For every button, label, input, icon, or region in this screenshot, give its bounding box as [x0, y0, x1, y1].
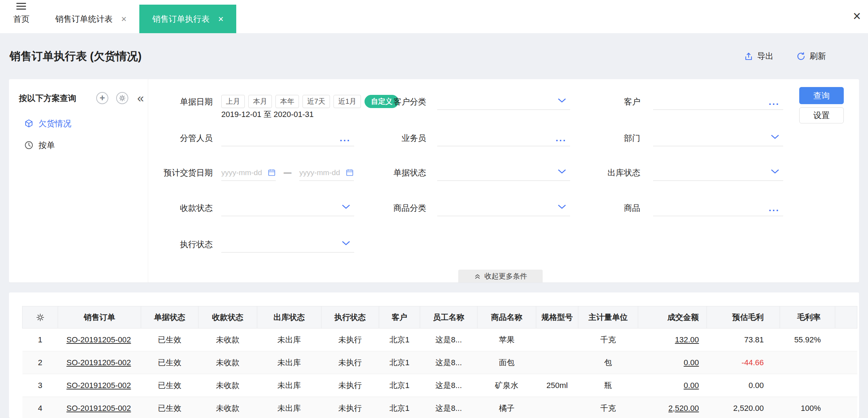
cell-customer: 北京1	[379, 397, 420, 418]
tab-sales-order-statistics[interactable]: 销售订单统计表 ×	[42, 5, 139, 33]
cell-doc-status: 已生效	[141, 397, 198, 418]
order-link[interactable]: SO-20191205-002	[67, 358, 131, 367]
close-tab-icon[interactable]: ×	[218, 14, 223, 24]
table-row: 1 SO-20191205-002 已生效 未收款 未出库 未执行 北京1 这是…	[22, 328, 857, 351]
col-header-filler	[835, 306, 857, 328]
cell-customer: 北京1	[379, 374, 420, 397]
chevron-down-icon	[341, 204, 351, 210]
column-settings-gear-icon[interactable]	[22, 306, 58, 328]
table-row: 2 SO-20191205-002 已生效 未收款 未出库 未执行 北京1 这是…	[22, 351, 857, 374]
collapse-sidebar-icon[interactable]: «	[137, 91, 144, 104]
table-header-row: 销售订单 单据状态 收款状态 出库状态 执行状态 客户 员工名称 商品名称 规格…	[22, 306, 857, 328]
add-plan-icon[interactable]: +	[96, 92, 108, 104]
plan-sidebar-title: 按以下方案查询	[19, 91, 76, 105]
delivery-date-start-input[interactable]: yyyy-mm-dd	[221, 164, 276, 181]
close-tab-icon[interactable]: ×	[121, 14, 126, 24]
quick-range-last-7-days[interactable]: 近7天	[303, 95, 330, 108]
cell-profit: 2,520.00	[707, 397, 780, 418]
manage-plans-gear-icon[interactable]	[116, 92, 128, 104]
cell-spec	[536, 397, 578, 418]
ellipsis-icon: ...	[769, 204, 780, 211]
salesman-picker[interactable]: ...	[437, 130, 570, 146]
product-category-select[interactable]	[437, 200, 570, 216]
execution-status-label: 执行状态	[148, 236, 213, 253]
table-row: 3 SO-20191205-002 已生效 未收款 未出库 未执行 北京1 这是…	[22, 374, 857, 397]
quick-range-this-year[interactable]: 本年	[275, 95, 299, 108]
ellipsis-icon: ...	[556, 134, 567, 142]
customer-category-label: 客户分类	[355, 93, 426, 110]
collapse-more-conditions-button[interactable]: 收起更多条件	[458, 270, 543, 282]
order-link[interactable]: SO-20191205-002	[67, 404, 131, 413]
cell-outbound-status: 未出库	[257, 351, 321, 374]
col-header-employee: 员工名称	[420, 306, 477, 328]
expected-delivery-label: 预计交货日期	[148, 164, 213, 181]
export-icon	[744, 52, 753, 61]
settings-button[interactable]: 设置	[799, 107, 844, 123]
refresh-button[interactable]: 刷新	[796, 51, 826, 62]
amount-link[interactable]: 132.00	[675, 335, 699, 344]
range-separator: —	[284, 168, 291, 177]
cube-icon	[24, 119, 33, 128]
query-actions: 查询 设置	[799, 87, 844, 123]
query-button[interactable]: 查询	[799, 87, 844, 104]
product-category-label: 商品分类	[355, 200, 426, 216]
page-title: 销售订单执行表 (欠货情况)	[10, 49, 141, 64]
payment-status-select[interactable]	[221, 200, 354, 216]
outbound-status-select[interactable]	[653, 164, 783, 181]
order-link[interactable]: SO-20191205-002	[67, 335, 131, 344]
expected-delivery-range: yyyy-mm-dd — yyyy-mm-dd	[221, 164, 354, 181]
cell-spec: 250ml	[536, 374, 578, 397]
customer-picker[interactable]: ...	[653, 93, 783, 110]
execution-status-select[interactable]	[221, 236, 354, 253]
tab-sales-order-execution[interactable]: 销售订单执行表 ×	[139, 5, 236, 33]
order-link[interactable]: SO-20191205-002	[67, 381, 131, 390]
delivery-date-end-input[interactable]: yyyy-mm-dd	[299, 164, 354, 181]
plan-item-backorder[interactable]: 欠货情况	[24, 118, 71, 129]
close-all-tabs-icon[interactable]: ×	[853, 9, 861, 23]
col-header-execution-status: 执行状态	[321, 306, 379, 328]
tab-home[interactable]: 首页	[0, 5, 42, 33]
amount-link[interactable]: 0.00	[684, 358, 699, 367]
page-header: 销售订单执行表 (欠货情况) 导出 刷新	[0, 33, 868, 79]
chevron-down-icon	[557, 169, 567, 174]
tab-label: 销售订单统计表	[55, 14, 113, 25]
export-button[interactable]: 导出	[744, 51, 774, 62]
outbound-status-label: 出库状态	[569, 164, 640, 181]
cell-customer: 北京1	[379, 328, 420, 351]
cell-doc-status: 已生效	[141, 351, 198, 374]
ellipsis-icon: ...	[340, 134, 351, 142]
cell-employee: 这是8...	[420, 351, 477, 374]
doc-status-label: 单据状态	[355, 164, 426, 181]
cell-spec	[536, 328, 578, 351]
department-select[interactable]	[653, 130, 783, 146]
cell-filler	[835, 328, 857, 351]
query-panel: 按以下方案查询 + « 欠货情况 按单	[9, 79, 859, 282]
chevron-down-icon	[341, 240, 351, 246]
cell-outbound-status: 未出库	[257, 397, 321, 418]
doc-status-select[interactable]	[437, 164, 570, 181]
tab-label: 销售订单执行表	[152, 14, 210, 25]
cell-filler	[835, 397, 857, 418]
amount-link[interactable]: 0.00	[684, 381, 699, 390]
chevron-down-icon	[557, 204, 567, 210]
manager-picker[interactable]: ...	[221, 130, 354, 146]
manager-label: 分管人员	[148, 130, 213, 146]
cell-doc-status: 已生效	[141, 374, 198, 397]
cell-product: 矿泉水	[477, 374, 536, 397]
cell-payment-status: 未收款	[198, 397, 257, 418]
quick-range-last-month[interactable]: 上月	[221, 95, 245, 108]
plan-item-by-order[interactable]: 按单	[24, 139, 55, 151]
product-picker[interactable]: ...	[653, 200, 783, 216]
col-header-outbound-status: 出库状态	[257, 306, 321, 328]
quick-range-this-month[interactable]: 本月	[248, 95, 272, 108]
cell-employee: 这是8...	[420, 374, 477, 397]
salesman-label: 业务员	[355, 130, 426, 146]
results-table: 销售订单 单据状态 收款状态 出库状态 执行状态 客户 员工名称 商品名称 规格…	[22, 306, 857, 418]
customer-label: 客户	[569, 93, 640, 110]
ellipsis-icon: ...	[769, 98, 780, 105]
customer-category-select[interactable]	[437, 93, 570, 110]
cell-profit: -44.66	[707, 351, 780, 374]
amount-link[interactable]: 2,520.00	[668, 404, 699, 413]
selected-date-range: 2019-12-01 至 2020-01-31	[221, 109, 314, 120]
plan-item-label: 欠货情况	[38, 118, 71, 129]
